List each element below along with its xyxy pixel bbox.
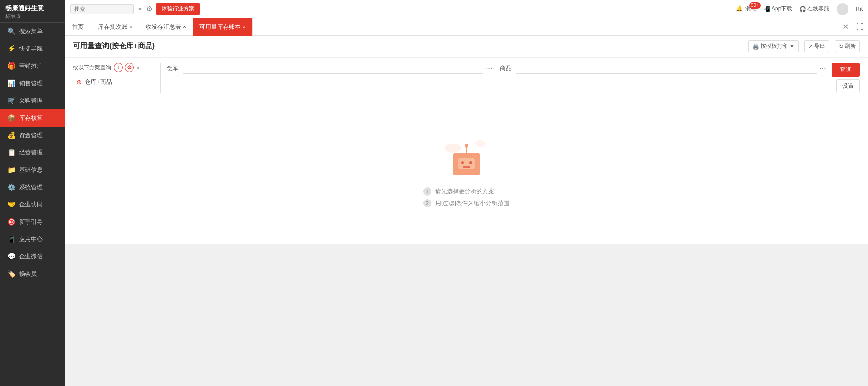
settings-icon[interactable]: ⚙ <box>146 5 152 13</box>
gear-icon: ⚙️ <box>7 183 15 191</box>
sidebar-item-label: 销售管理 <box>19 79 43 87</box>
export-btn[interactable]: ↗ 导出 <box>804 40 829 52</box>
tab-close-icon[interactable]: × <box>243 24 246 30</box>
sidebar-item-inventory[interactable]: 📦 库存核算 <box>0 109 65 127</box>
collapse-btn[interactable]: « <box>137 64 140 71</box>
query-divider <box>160 63 161 93</box>
user-name: Rit <box>856 6 863 12</box>
empty-visual <box>439 134 494 180</box>
print-btn[interactable]: 🖨️ 按模板打印 ▼ <box>748 40 799 52</box>
app-download-btn[interactable]: 📲 App下载 <box>763 5 792 13</box>
app-download-label: App下载 <box>772 5 792 13</box>
svg-point-8 <box>465 144 468 148</box>
gift-icon: 🎁 <box>7 62 15 70</box>
sidebar-item-basic[interactable]: 📁 基础信息 <box>0 161 65 179</box>
logo-subtitle: 标准版 <box>5 13 59 20</box>
goods-label: 商品 <box>500 64 513 72</box>
warehouse-label: 仓库 <box>166 64 180 72</box>
handshake-icon: 🤝 <box>7 201 15 209</box>
headset-icon: 🎧 <box>799 6 806 12</box>
query-field-goods: 商品 ··· <box>500 63 826 74</box>
bell-icon: 🔔 <box>736 5 743 12</box>
sidebar-item-member[interactable]: 🏷️ 畅会员 <box>0 265 65 283</box>
sidebar-item-purchase[interactable]: 🛒 采购管理 <box>0 92 65 109</box>
hint-number-1: 1 <box>423 187 431 196</box>
export-label: 导出 <box>814 42 825 50</box>
box-icon: 📦 <box>7 114 15 122</box>
scheme-header-label: 按以下方案查询 <box>73 64 111 72</box>
tab-receipts[interactable]: 收发存汇总表 × <box>139 18 193 36</box>
sidebar-item-wechat[interactable]: 💬 企业微信 <box>0 248 65 265</box>
logo-title: 畅康通好生意 <box>5 5 59 13</box>
sidebar-item-guide[interactable]: 🎯 新手引导 <box>0 213 65 231</box>
sidebar-item-shortcut[interactable]: ⚡ 快捷导航 <box>0 40 65 57</box>
search-icon: 🔍 <box>7 27 15 36</box>
message-btn[interactable]: 🔔 99+ 消息 <box>736 5 756 13</box>
shortcut-icon: ⚡ <box>7 45 15 53</box>
empty-hint: 1 请先选择要分析的方案 2 用[过滤]条件来缩小分析范围 <box>423 187 509 207</box>
sidebar-item-appstore[interactable]: 📱 应用中心 <box>0 231 65 248</box>
tag-icon: 🏷️ <box>7 270 15 278</box>
tab-expand-btn[interactable]: ⛶ <box>853 21 866 33</box>
page-content: 可用量查询(按仓库+商品) 🖨️ 按模板打印 ▼ ↗ 导出 ↻ 刷新 <box>65 36 868 386</box>
tab-close-icon[interactable]: × <box>129 24 132 30</box>
sidebar: 畅康通好生意 标准版 🔍 搜索菜单 ⚡ 快捷导航 🎁 营销推广 📊 销售管理 🛒… <box>0 0 65 386</box>
sidebar-logo: 畅康通好生意 标准版 <box>0 0 65 23</box>
empty-hint-item-2: 2 用[过滤]条件来缩小分析范围 <box>423 199 509 207</box>
export-icon: ↗ <box>808 43 813 50</box>
goods-input[interactable] <box>516 63 817 74</box>
sidebar-item-finance[interactable]: 💰 资金管理 <box>0 127 65 144</box>
message-badge: 99+ <box>749 2 761 9</box>
sidebar-item-enterprise[interactable]: 🤝 企业协同 <box>0 196 65 213</box>
sidebar-item-label: 经营管理 <box>19 149 43 157</box>
svg-point-1 <box>475 140 486 147</box>
sidebar-item-label: 企业协同 <box>19 201 43 209</box>
query-submit-area: 查询 设置 <box>832 63 860 93</box>
refresh-btn[interactable]: ↻ 刷新 <box>835 40 860 52</box>
query-row-1: 仓库 ··· 商品 ··· <box>166 63 826 74</box>
sidebar-item-label: 基础信息 <box>19 166 43 174</box>
goods-more-btn[interactable]: ··· <box>819 64 826 72</box>
sidebar-item-marketing[interactable]: 🎁 营销推广 <box>0 57 65 75</box>
sidebar-item-label: 系统管理 <box>19 183 43 191</box>
sidebar-item-label: 资金管理 <box>19 131 43 139</box>
empty-hint-item-1: 1 请先选择要分析的方案 <box>423 187 509 196</box>
tab-close-all-btn[interactable]: ✕ <box>839 21 852 33</box>
sidebar-item-sales[interactable]: 📊 销售管理 <box>0 75 65 92</box>
print-dropdown-icon: ▼ <box>789 43 795 50</box>
refresh-icon: ↻ <box>839 43 843 50</box>
sidebar-item-search[interactable]: 🔍 搜索菜单 <box>0 23 65 40</box>
sidebar-item-label: 畅会员 <box>19 270 37 278</box>
main-area: ▼ ⚙ 体验行业方案 🔔 99+ 消息 📲 App下载 🎧 在线客服 Rit 首… <box>65 0 868 386</box>
tab-home[interactable]: 首页 <box>65 18 91 36</box>
topbar-right: 🔔 99+ 消息 📲 App下载 🎧 在线客服 Rit <box>736 3 863 15</box>
sidebar-item-label: 营销推广 <box>19 62 43 70</box>
tab-batch[interactable]: 库存批次账 × <box>91 18 139 36</box>
industry-btn[interactable]: 体验行业方案 <box>156 3 200 15</box>
sidebar-item-label: 库存核算 <box>19 114 43 122</box>
customer-service-btn[interactable]: 🎧 在线客服 <box>799 5 829 13</box>
cart-icon: 🛒 <box>7 97 15 105</box>
add-scheme-btn[interactable]: + <box>114 63 123 72</box>
warehouse-more-btn[interactable]: ··· <box>486 64 492 72</box>
sidebar-item-system[interactable]: ⚙️ 系统管理 <box>0 179 65 196</box>
query-btn[interactable]: 查询 <box>832 63 860 77</box>
money-icon: 💰 <box>7 131 15 139</box>
scheme-item-warehouse-goods[interactable]: ⊕ 仓库+商品 <box>73 76 155 88</box>
settings-btn[interactable]: 设置 <box>836 79 860 93</box>
query-field-warehouse: 仓库 ··· <box>166 63 492 74</box>
tab-close-icon[interactable]: × <box>183 24 186 30</box>
avatar[interactable] <box>837 3 848 15</box>
tab-available[interactable]: 可用量库存账本 × <box>193 18 253 36</box>
svg-point-5 <box>469 161 472 164</box>
sidebar-item-operation[interactable]: 📋 经营管理 <box>0 144 65 161</box>
query-fields: 仓库 ··· 商品 ··· <box>166 63 826 74</box>
edit-scheme-btn[interactable]: ⚙ <box>125 63 134 72</box>
search-input[interactable] <box>70 4 134 14</box>
sidebar-item-label: 应用中心 <box>19 235 43 243</box>
empty-state: 1 请先选择要分析的方案 2 用[过滤]条件来缩小分析范围 <box>65 98 868 244</box>
dropdown-arrow: ▼ <box>137 6 142 12</box>
scheme-list: ⊕ 仓库+商品 <box>73 74 155 88</box>
sidebar-item-label: 新手引导 <box>19 218 43 226</box>
warehouse-input[interactable] <box>183 63 483 74</box>
